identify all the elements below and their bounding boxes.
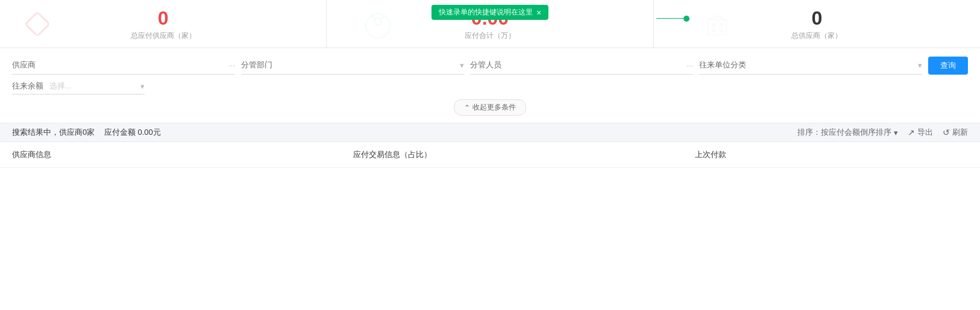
building-icon bbox=[702, 11, 729, 37]
svg-rect-7 bbox=[719, 23, 723, 26]
search-area: 供应商 ··· 分管部门 ▾ 分管人员 ··· 往来单位分类 bbox=[0, 48, 980, 123]
svg-rect-8 bbox=[712, 29, 715, 33]
results-info: 搜索结果中，供应商0家 应付金额 0.00元 bbox=[12, 127, 161, 138]
payable-suppliers-value: 0 bbox=[158, 7, 169, 29]
results-amount: 应付金额 0.00元 bbox=[104, 128, 161, 137]
department-label: 分管部门 bbox=[241, 60, 272, 70]
svg-rect-6 bbox=[712, 23, 715, 26]
stat-payable-suppliers: 0 总应付供应商（家） bbox=[0, 0, 327, 48]
results-count: 搜索结果中，供应商0家 bbox=[12, 128, 95, 137]
collapse-row: ⌃ 收起更多条件 bbox=[12, 99, 968, 116]
collapse-up-icon: ⌃ bbox=[464, 104, 470, 112]
category-field: 往来单位分类 ▾ bbox=[699, 58, 922, 75]
export-label: 导出 bbox=[917, 127, 933, 138]
category-input[interactable] bbox=[752, 61, 918, 70]
supplier-field: 供应商 ··· bbox=[12, 58, 235, 75]
category-control: ▾ bbox=[752, 61, 922, 70]
total-suppliers-label: 总供应商（家） bbox=[791, 31, 842, 41]
person-field: 分管人员 ··· bbox=[470, 58, 693, 75]
balance-field: 往来余额 选择... ▾ bbox=[12, 81, 145, 95]
balance-placeholder: 选择... bbox=[49, 81, 140, 91]
balance-row: 往来余额 选择... ▾ bbox=[12, 81, 968, 95]
total-suppliers-value: 0 bbox=[811, 7, 822, 29]
results-bar: 搜索结果中，供应商0家 应付金额 0.00元 排序：按应付会额倒序排序 ▾ ↗ … bbox=[0, 123, 980, 142]
person-dots-icon[interactable]: ··· bbox=[686, 61, 693, 70]
department-field: 分管部门 ▾ bbox=[241, 58, 464, 75]
svg-line-3 bbox=[371, 16, 375, 19]
department-arrow-icon[interactable]: ▾ bbox=[460, 61, 464, 70]
export-icon: ↗ bbox=[908, 128, 915, 137]
svg-rect-9 bbox=[719, 29, 723, 33]
collapse-button[interactable]: ⌃ 收起更多条件 bbox=[454, 99, 526, 116]
col-supplier-header: 供应商信息 bbox=[12, 149, 353, 160]
svg-rect-0 bbox=[25, 12, 49, 36]
department-input[interactable] bbox=[278, 61, 460, 70]
export-button[interactable]: ↗ 导出 bbox=[908, 127, 933, 138]
person-input[interactable] bbox=[507, 61, 686, 70]
person-control: ··· bbox=[507, 61, 693, 70]
person-label: 分管人员 bbox=[470, 60, 501, 70]
sort-button[interactable]: 排序：按应付会额倒序排序 ▾ bbox=[797, 127, 898, 138]
table-header: 供应商信息 应付交易信息（占比） 上次付款 bbox=[0, 142, 980, 168]
refresh-icon: ↺ bbox=[943, 128, 950, 137]
diamond-icon bbox=[24, 11, 51, 37]
department-control: ▾ bbox=[278, 61, 464, 70]
query-button[interactable]: 查询 bbox=[928, 57, 968, 75]
search-fields-row: 供应商 ··· 分管部门 ▾ 分管人员 ··· 往来单位分类 bbox=[12, 57, 968, 75]
table-body bbox=[0, 168, 980, 310]
payable-total-label: 应付合计（万） bbox=[465, 31, 515, 41]
category-label: 往来单位分类 bbox=[699, 60, 746, 70]
refresh-label: 刷新 bbox=[952, 127, 968, 138]
payable-suppliers-label: 总应付供应商（家） bbox=[131, 31, 196, 41]
supplier-input[interactable] bbox=[48, 61, 228, 70]
balance-arrow-icon[interactable]: ▾ bbox=[140, 82, 145, 91]
svg-point-2 bbox=[374, 18, 382, 25]
results-actions: 排序：按应付会额倒序排序 ▾ ↗ 导出 ↺ 刷新 bbox=[797, 127, 968, 138]
col-transaction-header: 应付交易信息（占比） bbox=[353, 149, 694, 160]
stat-payable-total: 快速录单的快捷键说明在这里 × 0.00 应付合计（万） bbox=[327, 0, 653, 48]
svg-line-11 bbox=[717, 16, 726, 20]
svg-line-10 bbox=[708, 16, 717, 20]
col-lastpay-header: 上次付款 bbox=[695, 149, 968, 160]
stats-bar: 0 总应付供应商（家） 快速录单的快捷键说明在这里 × 0.00 应付合计（万） bbox=[0, 0, 980, 48]
tooltip-text: 快速录单的快捷键说明在这里 bbox=[439, 7, 533, 17]
tooltip-banner: 快速录单的快捷键说明在这里 × bbox=[432, 5, 548, 20]
cat-icon bbox=[363, 11, 389, 37]
stat-total-suppliers: 0 总供应商（家） bbox=[654, 0, 980, 48]
sort-arrow-icon: ▾ bbox=[894, 128, 898, 137]
sort-label: 排序：按应付会额倒序排序 bbox=[797, 127, 891, 138]
svg-line-4 bbox=[381, 16, 385, 19]
collapse-label: 收起更多条件 bbox=[473, 102, 516, 113]
category-arrow-icon[interactable]: ▾ bbox=[918, 61, 922, 70]
balance-label: 往来余额 bbox=[12, 81, 43, 91]
svg-rect-5 bbox=[708, 20, 726, 35]
supplier-control: ··· bbox=[48, 61, 235, 70]
tooltip-close[interactable]: × bbox=[536, 8, 541, 17]
supplier-label: 供应商 bbox=[12, 60, 42, 70]
refresh-button[interactable]: ↺ 刷新 bbox=[943, 127, 968, 138]
supplier-dots-icon[interactable]: ··· bbox=[228, 61, 235, 70]
